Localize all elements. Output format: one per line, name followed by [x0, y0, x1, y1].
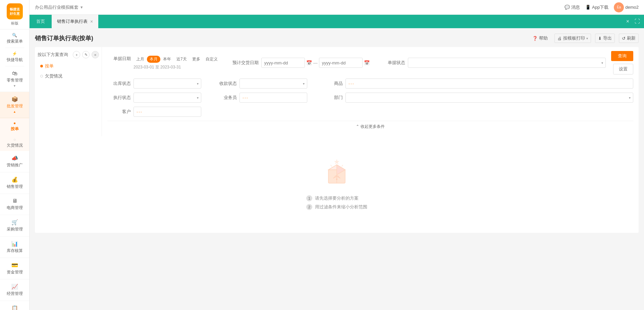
- status-select[interactable]: [408, 58, 606, 68]
- date-tab-this-month[interactable]: 本月: [147, 56, 160, 63]
- print-arrow-icon: ▾: [586, 37, 588, 40]
- customer-ellipsis-button[interactable]: ···: [137, 109, 143, 114]
- out-status-group: 出库状态 ▾: [107, 79, 201, 89]
- inventory-icon: 📊: [11, 241, 18, 247]
- tab-sales-order[interactable]: 销售订单执行表 ×: [52, 15, 98, 28]
- print-button[interactable]: 🖨 按模板打印 ▾: [554, 34, 591, 43]
- page-content: 销售订单执行表(按单) ❓ 帮助 🖨 按模板打印 ▾ ⬇ 导出 ↺ 刷新: [30, 28, 644, 310]
- goods-group: 商品 ···: [319, 79, 633, 89]
- sidebar-item-finance[interactable]: 💳 资金管理: [0, 258, 29, 279]
- sidebar-item-basic[interactable]: 📋 基础信息: [0, 301, 29, 310]
- empty-icon: [320, 156, 354, 190]
- date-tab-7days[interactable]: 近7天: [174, 56, 190, 63]
- empty-step-1: 1 请先选择要分析的方案: [306, 195, 367, 201]
- collapse-bar[interactable]: ⌃ 收起更多条件: [107, 121, 633, 132]
- tab-close-all-button[interactable]: ×: [625, 17, 631, 26]
- submenu-item-order[interactable]: ● 按单: [0, 118, 29, 135]
- topbar-title-text: 办公用品行业模拟账套: [35, 4, 78, 10]
- app-icon: 📱: [585, 5, 591, 10]
- export-button[interactable]: ⬇ 导出: [595, 34, 615, 43]
- scheme-active-dot: [40, 65, 43, 67]
- receive-status-select[interactable]: [239, 79, 307, 89]
- page-title: 销售订单执行表(按单): [35, 34, 93, 42]
- sidebar-item-sales[interactable]: 💰 销售管理: [0, 172, 29, 194]
- submenu-item-shortage[interactable]: ○ 欠货情况: [0, 135, 29, 151]
- date-separator: —: [313, 60, 318, 65]
- help-icon: ❓: [532, 36, 538, 41]
- purchase-icon: 🛒: [11, 219, 18, 225]
- tab-close-button[interactable]: ×: [90, 19, 93, 24]
- print-label: 按模板打印: [563, 35, 585, 41]
- basic-icon: 📋: [11, 305, 18, 310]
- quick-nav-item[interactable]: ⚡ 快捷导航: [5, 48, 24, 66]
- sidebar-item-inventory[interactable]: 📊 库存核算: [0, 237, 29, 258]
- date-tab-custom[interactable]: 自定义: [203, 56, 220, 63]
- receive-status-group: 收款状态 ▾: [213, 79, 307, 89]
- sidebar-item-wholesale[interactable]: 📦 批发管理 ▲: [0, 92, 29, 118]
- scheme-edit-button[interactable]: ✎: [82, 51, 90, 58]
- svg-line-5: [331, 165, 332, 166]
- sidebar-item-purchase[interactable]: 🛒 采购管理: [0, 215, 29, 237]
- message-button[interactable]: 💬 消息: [565, 4, 580, 10]
- salesman-group: 业务员 ···: [213, 93, 307, 103]
- settings-button[interactable]: 设置: [613, 64, 633, 74]
- salesman-ellipsis-button[interactable]: ···: [243, 95, 249, 100]
- expected-date-end[interactable]: [319, 58, 363, 68]
- date-tab-more[interactable]: 更多: [190, 56, 203, 63]
- scheme-item-shortage[interactable]: 欠货情况: [38, 71, 99, 81]
- empty-illustration: [320, 156, 354, 190]
- finance-icon: 💳: [11, 262, 18, 268]
- sidebar-item-ecommerce[interactable]: 🖥 电商管理: [0, 194, 29, 215]
- dept-group: 部门 ▾: [319, 93, 633, 103]
- scheme-item-shortage-label: 欠货情况: [45, 73, 62, 79]
- receive-status-control: ▾: [239, 79, 307, 89]
- date-tabs: 上月 本月 本年 近7天 更多 自定义: [133, 56, 220, 63]
- sidebar-item-operations[interactable]: 📈 经营管理: [0, 279, 29, 301]
- date-tab-last-month[interactable]: 上月: [133, 56, 147, 63]
- calendar-start-icon[interactable]: 📅: [306, 60, 312, 65]
- avatar-text: Ea: [617, 5, 621, 9]
- tab-home[interactable]: 首页: [30, 15, 52, 28]
- goods-ellipsis-button[interactable]: ···: [348, 81, 355, 86]
- export-icon: ⬇: [598, 36, 602, 41]
- dept-select[interactable]: [345, 93, 633, 103]
- sidebar-item-retail[interactable]: 🛍 零售管理 ▼: [0, 66, 29, 92]
- tab-fullscreen-button[interactable]: ⛶: [633, 17, 641, 26]
- search-icon: 🔍: [12, 33, 17, 38]
- customer-group: 客户 ···: [107, 107, 201, 117]
- refresh-icon: ↺: [622, 36, 626, 41]
- calendar-end-icon[interactable]: 📅: [364, 60, 370, 65]
- out-status-control: ▾: [133, 79, 201, 89]
- exec-status-select[interactable]: [133, 93, 201, 103]
- refresh-button[interactable]: ↺ 刷新: [619, 34, 639, 43]
- scheme-item-order[interactable]: 按单: [38, 61, 99, 71]
- svg-line-6: [342, 165, 343, 166]
- wholesale-label: 批发管理: [7, 103, 23, 109]
- customer-control: ···: [133, 107, 201, 117]
- expected-date-range: 📅 — 📅: [261, 58, 370, 68]
- out-status-select[interactable]: [133, 79, 201, 89]
- content-body: 按以下方案查询 ＋ ✎ « 按单 欠货情况: [35, 47, 639, 233]
- app-label: App下载: [592, 4, 608, 10]
- sidebar: 畅捷送好生意 标版 🔍 搜索菜单 ⚡ 快捷导航 🛍 零售管理 ▼ 📦 批发管理 …: [0, 0, 30, 310]
- scheme-collapse-button[interactable]: «: [92, 51, 99, 58]
- logo-icon: 畅捷送好生意: [7, 3, 23, 19]
- scheme-add-button[interactable]: ＋: [73, 51, 80, 58]
- retail-label: 零售管理: [7, 78, 23, 83]
- user-profile-button[interactable]: Ea demo2: [614, 2, 639, 12]
- sidebar-menu: 🛍 零售管理 ▼ 📦 批发管理 ▲ ● 按单 ○ 欠货情况 📣 营销推广 💰: [0, 66, 29, 310]
- sidebar-item-marketing[interactable]: 📣 营销推广: [0, 151, 29, 172]
- topbar-arrow[interactable]: ▾: [80, 5, 83, 10]
- sales-label: 销售管理: [7, 184, 23, 190]
- wholesale-arrow: ▲: [13, 110, 16, 113]
- app-download-button[interactable]: 📱 App下载: [585, 4, 608, 10]
- expected-date-start[interactable]: [261, 58, 305, 68]
- salesman-label: 业务员: [213, 95, 237, 101]
- help-button[interactable]: ❓ 帮助: [530, 34, 550, 43]
- tab-active-label: 销售订单执行表: [57, 18, 88, 24]
- search-menu-item[interactable]: 🔍 搜索菜单: [5, 30, 24, 48]
- message-icon: 💬: [565, 5, 570, 10]
- query-button[interactable]: 查询: [611, 51, 633, 61]
- empty-step-2: 2 用过滤条件来缩小分析范围: [306, 204, 367, 210]
- date-tab-this-year[interactable]: 本年: [160, 56, 174, 63]
